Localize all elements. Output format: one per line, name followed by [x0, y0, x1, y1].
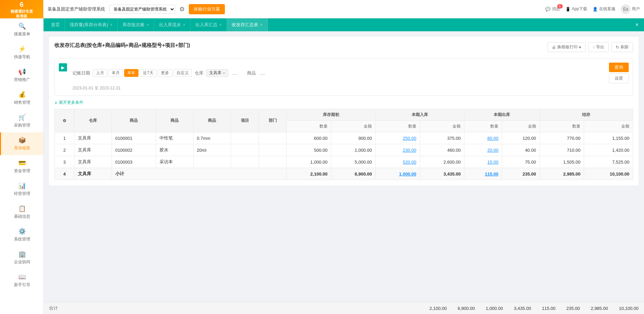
print-label: 换模板打印: [557, 44, 578, 50]
close-all-tabs-btn[interactable]: ×: [633, 22, 641, 28]
sidebar-item-guide[interactable]: 📖 新手引导: [0, 269, 43, 292]
tab-in-out-summary[interactable]: 出入库汇总×: [191, 18, 227, 31]
tab-close-in-out-flow[interactable]: ×: [183, 22, 185, 27]
tab-close-stock-dist[interactable]: ×: [110, 22, 113, 27]
balance-group-header: 结存: [540, 109, 633, 121]
date-btn-more[interactable]: 更多: [158, 69, 172, 77]
print-btn[interactable]: 🖨 换模板打印 ▾: [547, 42, 585, 52]
date-btn-7days[interactable]: 近7天: [140, 69, 156, 77]
subtotal-balance-amt: 10,100.00: [584, 168, 633, 180]
product-more-btn[interactable]: ...: [259, 69, 266, 77]
sidebar-item-purchase[interactable]: 🛒 采购管理: [0, 110, 43, 132]
warehouse-remove-btn[interactable]: ×: [223, 71, 225, 76]
tab-label-home: 首页: [51, 22, 60, 28]
refresh-icon: ↻: [616, 45, 619, 50]
sidebar-item-operations[interactable]: 📊 经营管理: [0, 178, 43, 201]
purchase-icon: 🛒: [18, 114, 26, 121]
in-qty-header: 数量: [376, 121, 420, 132]
online-service-btn[interactable]: 👤 在线客服: [593, 6, 615, 12]
subtotal-balance-qty: 2,985.00: [540, 168, 584, 180]
subtotal-no: 4: [55, 168, 75, 180]
row-balance-amt-1: 1,420.00: [584, 144, 633, 156]
date-btn-last-month[interactable]: 上月: [93, 69, 107, 77]
filter-top-row: 记账日期 上月 本月 本年 近7天 更多 自定义 仓库 文具库: [72, 63, 629, 83]
messages-badge: 6: [557, 4, 563, 9]
row-product-spec-0: 0.7mm: [193, 132, 231, 144]
tab-home[interactable]: 首页: [46, 18, 65, 31]
balance-qty-header: 数量: [540, 121, 584, 132]
row-opening-amt-1: 1,000.00: [331, 144, 376, 156]
row-warehouse-0: 文具库: [75, 132, 112, 144]
subtotal-out-qty-link[interactable]: 115.00: [485, 171, 498, 177]
subtotal-in-qty-link[interactable]: 1,000.00: [399, 171, 416, 177]
query-btn[interactable]: 查询: [609, 63, 629, 72]
sidebar-item-search[interactable]: 🔍 搜索菜单: [0, 18, 43, 41]
user-btn[interactable]: Ea 用户: [621, 4, 640, 14]
tab-stock-dist[interactable]: 现存量(库存分布表)×: [65, 18, 118, 31]
row-in-qty-link-2[interactable]: 520.00: [403, 160, 416, 165]
app-download-btn[interactable]: 📱 App下载: [565, 6, 587, 12]
row-out-qty-link-1[interactable]: 20.00: [487, 148, 498, 153]
row-in-qty-link-1[interactable]: 230.00: [403, 148, 416, 153]
tabbar: 首页现存量(库存分布表)×库存批次账×出入库流水×出入库汇总×收发存汇总表××: [44, 18, 644, 31]
subtotal-in-amt: 3,435.00: [420, 168, 464, 180]
settings-col-header[interactable]: ⚙: [55, 109, 75, 132]
inventory-label: 库存核算: [14, 145, 30, 151]
sidebar-item-sales[interactable]: 💰 销售管理: [0, 87, 43, 110]
warehouse-tag: 文具库 ×: [206, 69, 228, 77]
row-out-qty-link-0[interactable]: 80.00: [487, 136, 498, 141]
date-btn-custom[interactable]: 自定义: [174, 69, 192, 77]
row-product-code-0: 0100001: [112, 132, 156, 144]
footer-totals: 2,100.00 6,900.00 1,000.00 3,435.00 115.…: [430, 306, 639, 311]
sidebar-item-finance[interactable]: 💳 资金管理: [0, 155, 43, 178]
warehouse-more-btn[interactable]: ...: [231, 69, 239, 77]
tab-recv-send-summary[interactable]: 收发存汇总表×: [227, 18, 268, 31]
row-in-qty-link-0[interactable]: 250.00: [403, 136, 416, 141]
table-body: 1 文具库 0100001 中性笔 0.7mm 600.00 900.00 25…: [55, 132, 633, 180]
warehouse-filter-label: 仓库: [195, 70, 203, 76]
tab-close-recv-send-summary[interactable]: ×: [260, 22, 263, 27]
tab-label-recv-send-summary: 收发存汇总表: [232, 22, 258, 28]
filter-toggle-btn[interactable]: ▶: [59, 63, 67, 71]
sidebar-item-enterprise[interactable]: 🏢 企业协同: [0, 246, 43, 269]
sidebar-menu: 🔍 搜索菜单 ⚡ 快捷导航 📢 营销推广 💰 销售管理 🛒 采购管理 📦 库存核…: [0, 18, 43, 314]
refresh-label: 刷新: [621, 44, 629, 50]
row-opening-qty-2: 1,000.00: [287, 156, 331, 168]
tab-close-in-out-summary[interactable]: ×: [219, 22, 222, 27]
date-btn-this-month[interactable]: 本月: [109, 69, 123, 77]
product-spec-col-header: 商品: [193, 109, 231, 132]
sales-label: 销售管理: [14, 100, 30, 105]
sidebar-item-quick-nav[interactable]: ⚡ 快捷导航: [0, 41, 43, 64]
enterprise-label: 企业协同: [14, 259, 30, 265]
row-balance-amt-2: 7,525.00: [584, 156, 633, 168]
sidebar-item-inventory[interactable]: 📦 库存核算: [0, 132, 43, 155]
operations-icon: 📊: [18, 182, 26, 189]
filter-content: 记账日期 上月 本月 本年 近7天 更多 自定义 仓库 文具库: [72, 63, 629, 91]
refresh-btn[interactable]: ↻ 刷新: [611, 42, 633, 52]
row-out-qty-link-2[interactable]: 15.00: [487, 160, 498, 165]
row-in-amt-2: 2,600.00: [420, 156, 464, 168]
footer-balance-amt: 10,100.00: [619, 306, 639, 311]
tab-in-out-flow[interactable]: 出入库流水×: [154, 18, 191, 31]
search-label: 搜索菜单: [14, 31, 30, 37]
sidebar-item-system[interactable]: ⚙️ 系统管理: [0, 224, 43, 246]
date-range-row: 2023-01-01 至 2023-12-31: [72, 85, 629, 91]
column-settings-btn[interactable]: 设置: [609, 73, 629, 83]
date-btn-this-year[interactable]: 本年: [124, 69, 138, 77]
row-project-2: [231, 156, 259, 168]
messages-btn[interactable]: 💬 消息 6: [545, 6, 560, 12]
system-selector[interactable]: 装备及固定资产辅助管理系统: [109, 5, 175, 14]
date-filter-row: 记账日期 上月 本月 本年 近7天 更多 自定义 仓库 文具库: [72, 69, 606, 77]
expand-conditions-btn[interactable]: ∨ 展开更多条件: [54, 100, 633, 105]
operations-label: 经营管理: [14, 191, 30, 197]
guide-label: 新手引导: [14, 282, 30, 288]
trial-button[interactable]: 体验行业方案: [189, 4, 225, 14]
sidebar-item-basic-info[interactable]: 📋 基础信息: [0, 201, 43, 224]
export-btn[interactable]: ↑ 导出: [588, 42, 609, 52]
tab-batch[interactable]: 库存批次账×: [118, 18, 154, 31]
basic-info-label: 基础信息: [14, 214, 30, 219]
settings-icon[interactable]: ⚙: [179, 5, 185, 13]
sidebar-item-marketing[interactable]: 📢 营销推广: [0, 64, 43, 87]
row-warehouse-2: 文具库: [75, 156, 112, 168]
tab-close-batch[interactable]: ×: [147, 22, 149, 27]
